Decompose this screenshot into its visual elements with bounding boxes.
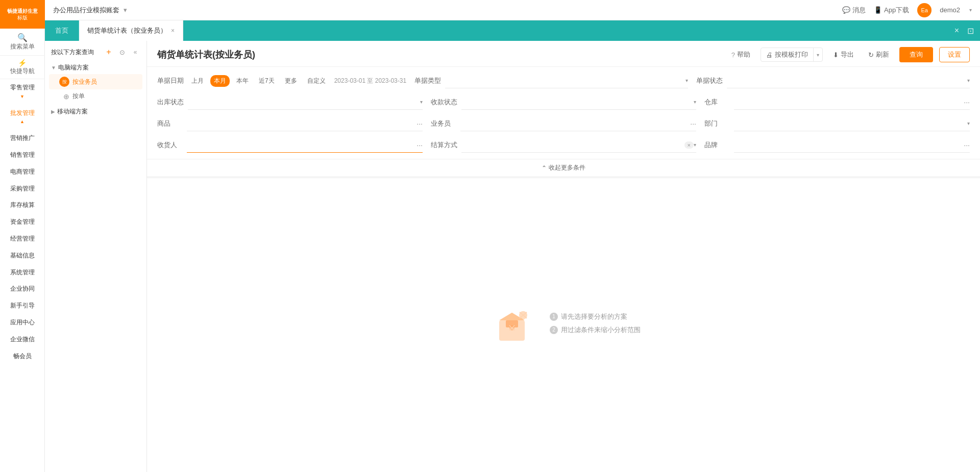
filter-dept-input[interactable]: ▾ (734, 116, 970, 131)
goods-input-field[interactable] (187, 116, 416, 131)
filter-payment-input[interactable]: ▾ (461, 95, 696, 110)
doc-status-arrow-icon[interactable]: ▾ (967, 78, 970, 83)
app-logo[interactable]: 畅捷通好生意 标版 (0, 0, 45, 29)
warehouse-dots-icon[interactable]: ··· (964, 98, 970, 106)
collapse-button[interactable]: ⌃ 收起更多条件 (542, 163, 585, 172)
sidebar-item-system[interactable]: 系统管理 (0, 264, 45, 281)
app-download-button[interactable]: 📱 App下载 (874, 6, 909, 15)
filter-payment-method-input[interactable]: × ▾ (461, 137, 696, 153)
doc-type-input-field[interactable] (445, 73, 685, 88)
tab-home[interactable]: 首页 (45, 20, 79, 41)
scheme-sub-item-by-order[interactable]: ⊕ 按单 (49, 89, 142, 103)
sidebar-item-ecommerce[interactable]: 电商管理 (0, 163, 45, 180)
sidebar-item-purchase[interactable]: 采购管理 (0, 180, 45, 197)
sidebar-item-inventory[interactable]: 库存核算 (0, 197, 45, 214)
message-button[interactable]: 💬 消息 (842, 6, 866, 15)
scheme-item-label: 按业务员 (72, 78, 97, 86)
dept-input-field[interactable] (734, 116, 967, 131)
tab-close-icon[interactable]: × (171, 27, 175, 34)
sidebar-basic-label: 基础信息 (2, 251, 43, 260)
sidebar-item-appcenter[interactable]: 应用中心 (0, 314, 45, 331)
add-scheme-button[interactable]: + (104, 47, 114, 57)
date-this-year-btn[interactable]: 本年 (233, 75, 252, 87)
query-label: 查询 (910, 51, 923, 58)
date-custom-btn[interactable]: 自定义 (304, 75, 329, 87)
payment-method-clear-button[interactable]: × (688, 142, 691, 148)
sidebar-item-retail[interactable]: 零售管理 ▼ (0, 79, 45, 105)
export-label: 导出 (841, 50, 854, 59)
payment-arrow-icon[interactable]: ▾ (694, 99, 696, 105)
settings-button[interactable]: 设置 (939, 47, 970, 62)
add-scheme-icon: + (106, 48, 111, 57)
print-main-button[interactable]: 🖨 按模板打印 (761, 48, 814, 61)
delivery-input-field[interactable] (188, 95, 420, 109)
query-button[interactable]: 查询 (899, 47, 933, 62)
filter-brand-input[interactable]: ··· (734, 137, 970, 153)
refresh-button[interactable]: ↻ 刷新 (864, 48, 893, 61)
goods-dots-icon[interactable]: ··· (416, 120, 423, 128)
collapse-bar[interactable]: ⌃ 收起更多条件 (147, 159, 980, 176)
sidebar-item-marketing[interactable]: 营销推广 (0, 130, 45, 147)
print-dropdown-button[interactable]: ▾ (814, 50, 822, 60)
date-this-month-btn[interactable]: 本月 (210, 75, 230, 87)
filter-doc-type-input[interactable]: ▾ (445, 73, 688, 88)
sidebar-item-search[interactable]: 🔍 搜索菜单 (0, 29, 45, 56)
empty-tip-1: 1 请先选择要分析的方案 (550, 312, 641, 321)
date-last7-btn[interactable]: 近7天 (255, 75, 278, 87)
payment-method-input-field[interactable] (461, 137, 684, 152)
filter-salesman-input[interactable]: ··· (460, 116, 696, 131)
sidebar-item-finance[interactable]: 资金管理 (0, 214, 45, 230)
scheme-item-icon: 按 (59, 77, 69, 87)
empty-illustration (486, 300, 537, 351)
payment-method-arrow-icon[interactable]: ▾ (694, 142, 696, 148)
scheme-item-by-salesman[interactable]: 按 按业务员 (49, 74, 142, 89)
brand-dots-icon[interactable]: ··· (964, 141, 970, 149)
export-button[interactable]: ⬇ 导出 (829, 48, 858, 61)
sidebar-finance-label: 资金管理 (2, 218, 43, 226)
filter-consignee-field: 收货人 ··· (157, 137, 423, 153)
date-more-btn[interactable]: 更多 (281, 75, 301, 87)
sidebar-item-member[interactable]: 畅会员 (0, 348, 45, 365)
filter-consignee-input[interactable]: ··· (187, 137, 423, 153)
scheme-group-desktop-header[interactable]: ▼ 电脑端方案 (49, 61, 142, 74)
window-close-button[interactable]: × (952, 24, 961, 37)
filter-doc-status-input[interactable]: ▾ (727, 73, 970, 88)
top-header: 办公用品行业模拟账套 ▾ 💬 消息 📱 App下载 Ea demo2 ▾ (45, 0, 980, 20)
edit-scheme-button[interactable]: ⊙ (117, 47, 127, 57)
salesman-dots-icon[interactable]: ··· (690, 120, 696, 128)
sidebar-item-enterprise[interactable]: 企业协同 (0, 280, 45, 297)
brand-input-field[interactable] (734, 137, 964, 152)
doc-type-arrow-icon[interactable]: ▾ (685, 78, 688, 83)
collapse-label: 收起更多条件 (549, 163, 585, 172)
filter-goods-input[interactable]: ··· (187, 116, 423, 131)
doc-status-input-field[interactable] (727, 73, 967, 88)
consignee-input-field[interactable] (187, 137, 416, 152)
help-label: 帮助 (737, 50, 750, 59)
user-avatar[interactable]: Ea (917, 3, 932, 17)
consignee-dots-icon[interactable]: ··· (416, 141, 423, 149)
sidebar-item-wholesale[interactable]: 批发管理 ▲ (0, 105, 45, 130)
salesman-input-field[interactable] (460, 116, 690, 131)
delivery-arrow-icon[interactable]: ▾ (420, 99, 423, 105)
scheme-group-mobile-header[interactable]: ▶ 移动端方案 (49, 105, 142, 118)
tab-sales-stat[interactable]: 销货单统计表（按业务员） × (79, 20, 183, 41)
mobile-group-label: 移动端方案 (57, 107, 88, 116)
date-last-month-btn[interactable]: 上月 (188, 75, 207, 87)
window-maximize-button[interactable]: ⊡ (965, 24, 976, 38)
payment-input-field[interactable] (461, 95, 694, 109)
sidebar-item-newbie[interactable]: 新手引导 (0, 297, 45, 314)
sidebar-item-operations[interactable]: 经营管理 (0, 230, 45, 247)
date-shortcuts: 上月 本月 本年 近7天 更多 (188, 75, 406, 87)
filter-delivery-input[interactable]: ▾ (188, 95, 423, 110)
collapse-panel-button[interactable]: « (130, 47, 140, 57)
warehouse-input-field[interactable] (734, 95, 964, 109)
sidebar-item-shortcuts[interactable]: ⚡ 快捷导航 (0, 56, 45, 79)
help-button[interactable]: ? 帮助 (727, 48, 754, 61)
sidebar-item-sales[interactable]: 销售管理 (0, 147, 45, 163)
filter-warehouse-input[interactable]: ··· (734, 95, 970, 110)
sidebar-item-wechat[interactable]: 企业微信 (0, 331, 45, 348)
dept-arrow-icon[interactable]: ▾ (967, 121, 970, 126)
user-dropdown-arrow[interactable]: ▾ (969, 7, 972, 13)
breadcrumb-text: 办公用品行业模拟账套 (53, 6, 119, 15)
sidebar-item-basic[interactable]: 基础信息 (0, 247, 45, 264)
